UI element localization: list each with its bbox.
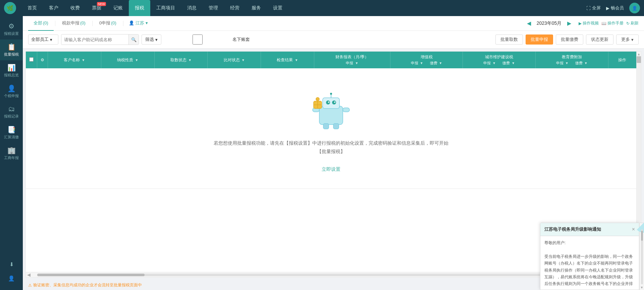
nav-item-customer[interactable]: 客户 <box>43 0 64 16</box>
vat-pay-filter-icon[interactable]: ▼ <box>439 61 442 65</box>
sidebar-item-batch-tax[interactable]: 📋 批量报税 <box>0 40 23 60</box>
notif-scroll-down[interactable]: ▼ <box>640 285 644 290</box>
filter-btn[interactable]: 筛选 ▾ <box>142 34 161 45</box>
tax-records-icon: 🗂 <box>8 105 15 113</box>
h-scroll-thumb[interactable] <box>37 274 145 276</box>
city-declare-filter-icon[interactable]: ▼ <box>492 61 496 65</box>
nav-item-tax[interactable]: 报税 <box>129 0 150 16</box>
region-select[interactable]: 👤 江苏 ▾ <box>125 16 152 31</box>
more-btn[interactable]: 更多 ▾ <box>616 34 639 45</box>
tax-overview-icon: 📊 <box>7 64 16 72</box>
fullscreen-btn[interactable]: ⛶ 全屏 <box>586 5 601 11</box>
nav-item-invoice[interactable]: 票据 NEW <box>86 0 107 16</box>
search-input[interactable] <box>61 34 128 45</box>
tabs-row: 全部(0) 税款申报(0) 0申报(0) 👤 江苏 ▾ ◀ 2023年05月 ▶ <box>23 16 644 31</box>
sidebar-label-individual-tax: 个税申报 <box>4 93 19 98</box>
comparestatus-filter-icon[interactable]: ▼ <box>241 58 245 62</box>
status-update-btn[interactable]: 状态更新 <box>586 34 613 45</box>
customer-filter-icon[interactable]: ▼ <box>82 58 85 62</box>
nav-item-message[interactable]: 消息 <box>181 0 203 16</box>
batch-fetch-btn[interactable]: 批量取数 <box>495 34 523 45</box>
edu-pay-filter-icon[interactable]: ▼ <box>584 61 588 65</box>
prev-month-btn[interactable]: ◀ <box>525 19 533 28</box>
logo[interactable]: 🌿 <box>4 2 16 14</box>
tab-zero-count: (0) <box>111 20 116 25</box>
avatar[interactable]: 👤 <box>629 3 640 13</box>
tab-zero[interactable]: 0申报(0) <box>94 16 122 31</box>
svg-point-2 <box>326 100 330 104</box>
checkresult-filter-icon[interactable]: ▼ <box>295 58 298 62</box>
sidebar-label-settlement: 汇算清缴 <box>4 135 19 140</box>
user-icon: 👤 <box>8 275 15 282</box>
select-all-checkbox[interactable] <box>29 57 34 62</box>
nav-item-manage[interactable]: 管理 <box>203 0 224 16</box>
robot-svg: ¥ <box>308 91 355 131</box>
setup-link[interactable]: 立即设置 <box>322 166 340 172</box>
employee-select[interactable]: 全部员工 ▾ <box>28 34 58 45</box>
operation-video-btn[interactable]: ▶ 操作视频 <box>579 20 599 26</box>
batch-tax-icon: 📋 <box>7 43 16 51</box>
accountset-checkbox[interactable] <box>164 34 231 45</box>
tab-declare[interactable]: 税款申报(0) <box>57 16 91 31</box>
scroll-left-arrow[interactable]: ◀ <box>26 272 32 277</box>
next-month-btn[interactable]: ▶ <box>565 19 573 28</box>
nav-item-fee[interactable]: 收费 <box>64 0 86 16</box>
sidebar-item-tax-settings[interactable]: ⚙ 报税设置 <box>0 19 23 40</box>
nav-item-accounting[interactable]: 记账 <box>107 0 129 16</box>
nav-right: ⛶ 全屏 ▶ 畅会员 👤 <box>586 3 640 13</box>
chevron-down-icon: ▾ <box>631 37 634 42</box>
city-pay-filter-icon[interactable]: ▼ <box>512 61 515 65</box>
sidebar-item-individual-tax[interactable]: 👤 个税申报 <box>0 81 23 102</box>
sidebar-label-annual-report: 工商年报 <box>4 155 19 160</box>
region-label: 江苏 <box>136 20 144 26</box>
toolbar: 全部员工 ▾ 🔍 筛选 ▾ 名下账套 批量取数 批量申报 <box>23 31 644 49</box>
nav-item-service[interactable]: 服务 <box>246 0 267 16</box>
vat-declare-filter-icon[interactable]: ▼ <box>420 61 423 65</box>
operation-manual-btn[interactable]: 📖 操作手册 <box>601 20 624 26</box>
nav-item-home[interactable]: 首页 <box>21 0 43 16</box>
sidebar-item-annual-report[interactable]: 🏢 工商年报 <box>0 143 23 164</box>
toolbar-right: 批量取数 批量申报 批量缴费 状态更新 更多 ▾ <box>495 34 639 45</box>
edu-declare-filter-icon[interactable]: ▼ <box>565 61 569 65</box>
batch-pay-btn[interactable]: 批量缴费 <box>556 34 583 45</box>
svg-rect-10 <box>323 124 329 129</box>
batch-declare-btn[interactable]: 批量申报 <box>526 34 553 45</box>
sidebar-item-settlement[interactable]: 📑 汇算清缴 <box>0 122 23 143</box>
nav-item-settings[interactable]: 设置 <box>267 0 288 16</box>
refresh-icon: ↻ <box>626 21 630 26</box>
sidebar-item-tax-records[interactable]: 🗂 报税记录 <box>0 102 23 122</box>
finreport-filter-icon[interactable]: ▼ <box>355 61 358 65</box>
new-badge: NEW <box>97 2 106 6</box>
individual-tax-icon: 👤 <box>7 84 16 92</box>
sidebar-item-tax-overview[interactable]: 📊 报税总览 <box>0 60 23 81</box>
sidebar-label-tax-records: 报税记录 <box>4 114 19 119</box>
sidebar-item-download[interactable]: ⬇ <box>7 258 16 272</box>
empty-desc: 若您想使用批量报税功能，请先在【报税设置】中进行报税的初始化设置，完成密码验证和… <box>214 139 448 156</box>
nav-item-ops[interactable]: 经营 <box>224 0 246 16</box>
tab-actions: ▶ 操作视频 📖 操作手册 ↻ 刷新 <box>579 20 639 26</box>
sidebar-label-batch-tax: 批量报税 <box>4 52 19 57</box>
chevron-down-icon: ▾ <box>155 37 158 42</box>
vip-btn[interactable]: ▶ 畅会员 <box>606 5 624 11</box>
data-table: ⚙ 客户名称 ▼ 纳税性质 ▼ 取数状态 <box>26 52 636 189</box>
svg-rect-1 <box>323 98 339 108</box>
notif-side-scrollbar[interactable]: ▲ ▼ <box>639 223 644 290</box>
search-btn[interactable]: 🔍 <box>128 34 139 45</box>
tax-settings-icon: ⚙ <box>8 22 14 30</box>
checkbox-label[interactable]: 名下账套 <box>164 34 250 45</box>
sidebar-item-user[interactable]: 👤 <box>7 272 16 286</box>
notification-panel: 江苏电子税务局升级影响通知 × 尊敬的用户: 受当前电子税务局进一步升级的影响，… <box>540 223 639 290</box>
chevron-down-icon: ▾ <box>146 20 148 25</box>
notif-scroll-thumb[interactable] <box>641 231 643 241</box>
annual-report-icon: 🏢 <box>7 146 16 154</box>
taxtype-filter-icon[interactable]: ▼ <box>135 58 138 62</box>
fetchstatus-filter-icon[interactable]: ▼ <box>188 58 192 62</box>
refresh-btn[interactable]: ↻ 刷新 <box>626 20 639 26</box>
tab-all[interactable]: 全部(0) <box>28 16 54 31</box>
scroll-thumb[interactable] <box>637 56 641 63</box>
scroll-up-arrow[interactable]: ▲ <box>637 52 641 56</box>
nav-item-business[interactable]: 工商项目 <box>150 0 181 16</box>
svg-rect-9 <box>343 108 350 112</box>
tab-declare-count: (0) <box>80 20 86 25</box>
svg-point-4 <box>328 101 329 103</box>
